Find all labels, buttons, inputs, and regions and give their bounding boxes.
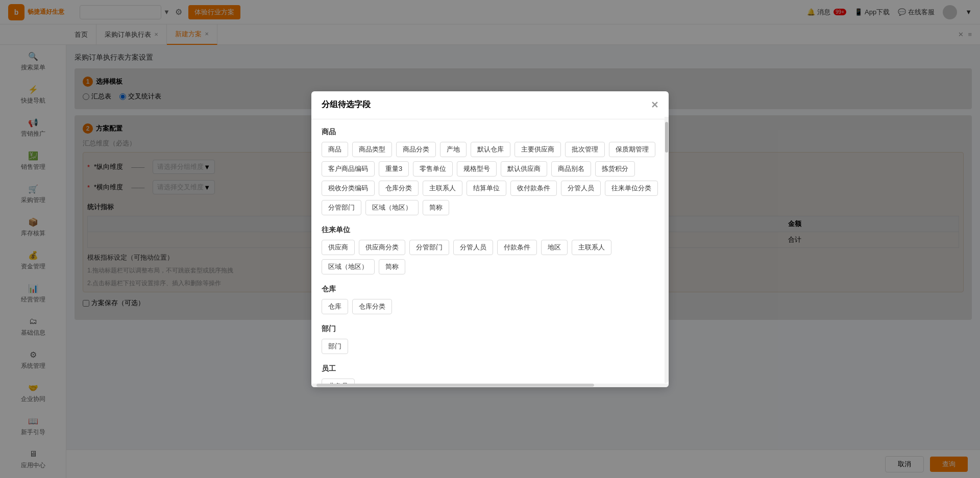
field-tag[interactable]: 主联系人 [572,240,611,255]
vertical-scrollbar-track[interactable] [665,117,669,383]
field-section-部门: 部门部门 [322,324,658,354]
field-tag[interactable]: 部门 [322,339,348,354]
field-tag[interactable]: 结算单位 [467,181,506,196]
field-tag[interactable]: 往来单位分类 [605,181,658,196]
field-tag[interactable]: 仓库 [322,299,348,314]
field-tag[interactable]: 收付款条件 [510,181,557,196]
field-tag[interactable]: 供应商分类 [359,240,405,255]
field-tag[interactable]: 仓库分类 [352,299,392,314]
field-section-员工: 员工业务员 [322,364,658,384]
field-tag[interactable]: 税收分类编码 [322,181,375,196]
field-tag[interactable]: 分管部门 [409,240,449,255]
modal-horizontal-scrollbar[interactable] [311,384,669,387]
field-tag[interactable]: 区域（地区） [365,200,419,215]
field-tag[interactable]: 主联系人 [423,181,462,196]
field-section-往来单位: 往来单位供应商供应商分类分管部门分管人员付款条件地区主联系人区域（地区）简称 [322,225,658,274]
field-tags: 仓库仓库分类 [322,299,658,314]
field-section-商品: 商品商品商品类型商品分类产地默认仓库主要供应商批次管理保质期管理客户商品编码重量… [322,128,658,215]
field-tag[interactable]: 业务员 [322,379,355,384]
field-tag[interactable]: 简称 [379,259,405,274]
field-section-title: 仓库 [322,285,658,294]
field-tag[interactable]: 商品别名 [551,161,591,177]
field-tag[interactable]: 商品类型 [352,142,392,157]
field-tags: 业务员 [322,379,658,384]
field-section-title: 部门 [322,324,658,334]
field-tag[interactable]: 客户商品编码 [322,161,375,177]
field-tag[interactable]: 规格型号 [457,161,497,177]
field-tag[interactable]: 商品分类 [396,142,436,157]
modal-body[interactable]: 商品商品商品类型商品分类产地默认仓库主要供应商批次管理保质期管理客户商品编码重量… [311,119,669,384]
field-section-title: 商品 [322,128,658,137]
field-tag[interactable]: 重量3 [379,161,409,177]
field-tag[interactable]: 分管人员 [561,181,601,196]
field-tag[interactable]: 地区 [541,240,568,255]
field-tag[interactable]: 批次管理 [565,142,605,157]
field-tag[interactable]: 默认供应商 [501,161,547,177]
field-tag[interactable]: 零售单位 [413,161,453,177]
field-tag[interactable]: 分管人员 [453,240,493,255]
field-tags: 商品商品类型商品分类产地默认仓库主要供应商批次管理保质期管理客户商品编码重量3零… [322,142,658,215]
field-tags: 部门 [322,339,658,354]
scrollbar-thumb [316,384,594,387]
field-section-title: 员工 [322,364,658,373]
modal-header: 分组待选字段 ✕ [311,91,669,119]
field-tag[interactable]: 仓库分类 [379,181,419,196]
modal-overlay: 分组待选字段 ✕ 商品商品商品类型商品分类产地默认仓库主要供应商批次管理保质期管… [0,0,980,478]
field-tag[interactable]: 默认仓库 [471,142,510,157]
vertical-scrollbar-thumb [665,122,668,153]
field-tags: 供应商供应商分类分管部门分管人员付款条件地区主联系人区域（地区）简称 [322,240,658,274]
field-tag[interactable]: 拣货积分 [595,161,635,177]
field-tag[interactable]: 供应商 [322,240,355,255]
field-tag[interactable]: 保质期管理 [609,142,655,157]
field-tag[interactable]: 区域（地区） [322,259,375,274]
field-tag[interactable]: 产地 [440,142,467,157]
field-tag[interactable]: 分管部门 [322,200,361,215]
scrollbar-track [316,384,594,387]
field-section-title: 往来单位 [322,225,658,235]
modal-close-button[interactable]: ✕ [651,99,658,111]
field-tag[interactable]: 商品 [322,142,348,157]
field-section-仓库: 仓库仓库仓库分类 [322,285,658,314]
field-tag[interactable]: 主要供应商 [514,142,561,157]
field-selection-modal: 分组待选字段 ✕ 商品商品商品类型商品分类产地默认仓库主要供应商批次管理保质期管… [311,91,669,387]
modal-title: 分组待选字段 [322,99,371,110]
field-tag[interactable]: 付款条件 [497,240,537,255]
field-tag[interactable]: 简称 [423,200,449,215]
